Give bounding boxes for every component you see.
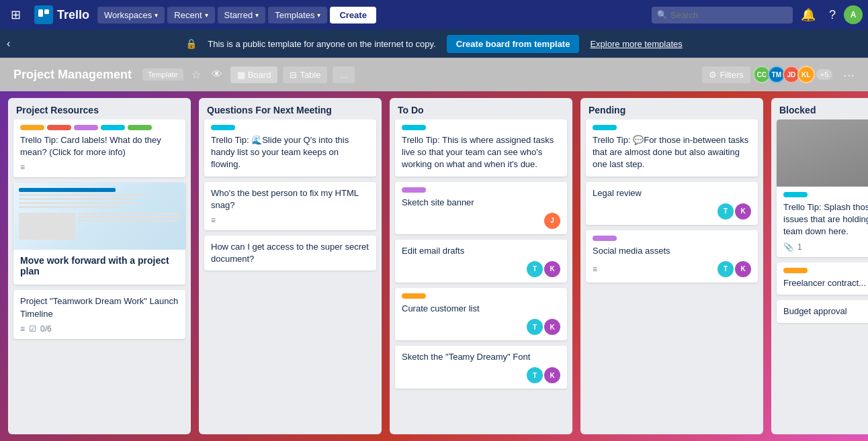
filters-button[interactable]: ⚙ Filters bbox=[702, 66, 750, 83]
board-icon: ▦ bbox=[237, 70, 245, 80]
card-footer: ≡ ☑ 0/6 bbox=[20, 324, 179, 334]
card-title: Social media assets bbox=[593, 245, 751, 257]
card-avatars: T K bbox=[718, 261, 751, 277]
card-footer: 📎 1 bbox=[783, 242, 868, 252]
card-title: Edit email drafts bbox=[402, 245, 560, 257]
label-cyan bbox=[211, 125, 235, 130]
banner-message: This is a public template for anyone on … bbox=[208, 39, 435, 49]
board-background: Project Resources Trello Tip: Card label… bbox=[0, 91, 868, 441]
checklist-icon: ☑ bbox=[29, 324, 36, 334]
card[interactable]: Trello Tip: 🌊Slide your Q's into this ha… bbox=[204, 119, 376, 177]
lines-icon: ≡ bbox=[593, 264, 597, 274]
lines-icon: ≡ bbox=[20, 162, 25, 172]
more-icon: … bbox=[339, 70, 348, 80]
column-body: Trello Tip: 🌊Slide your Q's into this ha… bbox=[199, 119, 382, 434]
grid-icon[interactable]: ⊞ bbox=[5, 5, 26, 25]
card[interactable]: How can I get access to the super secret… bbox=[204, 236, 376, 271]
card-avatars: T K bbox=[527, 261, 560, 277]
card-avatar: K bbox=[544, 319, 560, 335]
card[interactable]: Curate customer list T K bbox=[395, 288, 567, 340]
user-avatar[interactable]: A bbox=[844, 5, 863, 24]
search-wrapper: 🔍 bbox=[652, 7, 793, 23]
card[interactable]: Sketch site banner J bbox=[395, 182, 567, 234]
explore-templates-link[interactable]: Explore more templates bbox=[590, 39, 682, 49]
help-icon[interactable]: ? bbox=[824, 5, 841, 25]
card[interactable]: Sketch the "Teamy Dreamy" Font T K bbox=[395, 346, 567, 389]
card-avatar: J bbox=[544, 213, 560, 229]
card-title: Trello Tip: Splash those heavy issues th… bbox=[783, 201, 868, 238]
card-title: Curate customer list bbox=[402, 303, 560, 315]
more-views-button[interactable]: … bbox=[333, 66, 355, 83]
card-icons: ≡ bbox=[211, 215, 216, 225]
column-to-do: To Do Trello Tip: This is where assigned… bbox=[390, 98, 572, 434]
starred-button[interactable]: Starred ▾ bbox=[218, 7, 266, 23]
trello-logo[interactable]: Trello bbox=[29, 5, 95, 24]
card[interactable]: Trello Tip: Splash those heavy issues th… bbox=[777, 119, 868, 257]
card-labels bbox=[211, 125, 370, 130]
card-icons: 📎 1 bbox=[783, 242, 802, 252]
trello-logo-icon bbox=[34, 5, 53, 24]
card[interactable]: Trello Tip: This is where assigned tasks… bbox=[395, 119, 567, 177]
card[interactable]: Freelancer contract... bbox=[777, 262, 868, 295]
card[interactable]: Social media assets ≡ T K bbox=[586, 230, 758, 283]
card-footer: ≡ bbox=[20, 162, 179, 172]
card-title: Sketch the "Teamy Dreamy" Font bbox=[402, 351, 560, 363]
create-board-from-template-button[interactable]: Create board from template bbox=[447, 35, 580, 53]
card[interactable]: Edit email drafts T K bbox=[395, 240, 567, 283]
checklist-count: 0/6 bbox=[40, 324, 52, 334]
lines-icon: ≡ bbox=[20, 324, 25, 334]
card-title: Sketch site banner bbox=[402, 197, 560, 209]
more-members-badge[interactable]: +5 bbox=[816, 69, 833, 80]
card-title: Who's the best person to fix my HTML sna… bbox=[211, 187, 370, 211]
notification-icon[interactable]: 🔔 bbox=[795, 5, 821, 25]
label-red bbox=[47, 125, 71, 130]
recent-button[interactable]: Recent ▾ bbox=[167, 7, 214, 23]
card[interactable]: Trello Tip: Card labels! What do they me… bbox=[13, 119, 185, 177]
member-avatar[interactable]: KL bbox=[797, 66, 815, 83]
board-more-button[interactable]: ··· bbox=[838, 64, 860, 85]
card-labels bbox=[20, 125, 179, 130]
svg-rect-1 bbox=[44, 9, 49, 14]
label-orange bbox=[783, 268, 808, 273]
card-labels bbox=[783, 268, 868, 273]
lines-icon: ≡ bbox=[211, 215, 216, 225]
card[interactable]: Move work forward with a project plan bbox=[13, 183, 185, 285]
board-members: CC TM JD KL +5 bbox=[756, 66, 833, 83]
create-button[interactable]: Create bbox=[330, 7, 376, 23]
card[interactable]: Legal review T K bbox=[586, 182, 758, 225]
card[interactable]: Project "Teamwork Dream Work" Launch Tim… bbox=[13, 290, 185, 338]
card-icons: ≡ ☑ 0/6 bbox=[20, 324, 52, 334]
card-title: Budget approval bbox=[783, 305, 868, 317]
label-cyan bbox=[783, 192, 808, 197]
column-title: Pending bbox=[580, 98, 763, 119]
card-title: How can I get access to the super secret… bbox=[211, 241, 370, 265]
card[interactable]: Budget approval bbox=[777, 300, 868, 323]
label-orange bbox=[402, 293, 426, 299]
column-body: Trello Tip: This is where assigned tasks… bbox=[390, 119, 572, 434]
card-labels bbox=[402, 125, 560, 130]
card[interactable]: Who's the best person to fix my HTML sna… bbox=[204, 182, 376, 230]
board-title[interactable]: Project Management bbox=[8, 65, 137, 85]
banner-collapse-button[interactable]: ‹ bbox=[7, 38, 10, 50]
workspaces-button[interactable]: Workspaces ▾ bbox=[97, 7, 165, 23]
card-labels bbox=[593, 236, 751, 241]
svg-rect-0 bbox=[38, 9, 43, 17]
column-pending: Pending Trello Tip: 💬For those in-betwee… bbox=[580, 98, 763, 434]
column-title: Questions For Next Meeting bbox=[199, 98, 382, 119]
table-view-button[interactable]: ⊟ Table bbox=[283, 66, 327, 83]
search-input[interactable] bbox=[652, 7, 793, 23]
visibility-icon[interactable]: 👁 bbox=[209, 66, 225, 83]
card-avatars: T K bbox=[527, 367, 560, 383]
card-avatar: T bbox=[527, 367, 543, 383]
card-title: Trello Tip: 💬For those in-between tasks … bbox=[593, 134, 751, 171]
card-footer: J bbox=[402, 213, 560, 229]
card-title: Trello Tip: Card labels! What do they me… bbox=[20, 134, 179, 158]
card[interactable]: Trello Tip: 💬For those in-between tasks … bbox=[586, 119, 758, 177]
star-icon[interactable]: ☆ bbox=[189, 66, 204, 84]
template-banner: ‹ 🔒 This is a public template for anyone… bbox=[0, 30, 868, 58]
board-view-button[interactable]: ▦ Board bbox=[230, 66, 278, 83]
templates-nav-button[interactable]: Templates ▾ bbox=[268, 7, 327, 23]
column-body: Trello Tip: Splash those heavy issues th… bbox=[771, 119, 868, 434]
card-avatar: K bbox=[735, 203, 751, 219]
card-avatar: K bbox=[544, 367, 560, 383]
